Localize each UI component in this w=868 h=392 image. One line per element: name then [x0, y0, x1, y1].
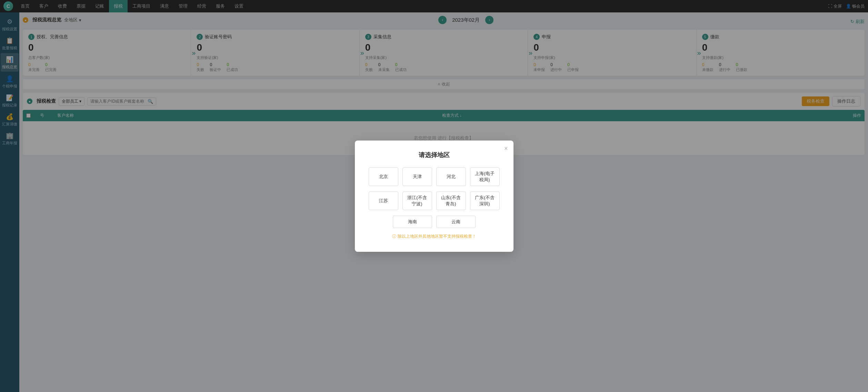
- region-grid-row2: 江苏 浙江(不含宁波) 山东(不含青岛) 广东(不含深圳): [369, 192, 500, 210]
- modal-title: 请选择地区: [369, 151, 500, 159]
- region-btn-guangdong[interactable]: 广东(不含深圳): [470, 192, 500, 210]
- region-btn-zhejiang[interactable]: 浙江(不含宁波): [402, 192, 432, 210]
- warning-text: 除以上地区外其他地区暂不支持报税检查！: [398, 234, 476, 239]
- modal-warning: ⓘ 除以上地区外其他地区暂不支持报税检查！: [369, 234, 500, 239]
- region-btn-tianjin[interactable]: 天津: [402, 167, 432, 186]
- warning-icon: ⓘ: [392, 234, 396, 239]
- region-grid-row3: 海南 云南: [393, 216, 476, 228]
- region-btn-beijing[interactable]: 北京: [369, 167, 398, 186]
- region-btn-yunnan[interactable]: 云南: [436, 216, 476, 228]
- region-grid-row1: 北京 天津 河北 上海(电子税局): [369, 167, 500, 186]
- region-btn-jiangsu[interactable]: 江苏: [369, 192, 398, 210]
- region-btn-shandong[interactable]: 山东(不含青岛): [436, 192, 466, 210]
- region-btn-shanghai[interactable]: 上海(电子税局): [470, 167, 500, 186]
- region-select-modal: × 请选择地区 北京 天津 河北 上海(电子税局) 江苏 浙江(不含宁波) 山东…: [355, 141, 513, 252]
- region-btn-hainan[interactable]: 海南: [393, 216, 432, 228]
- region-btn-hebei[interactable]: 河北: [436, 167, 466, 186]
- modal-close-button[interactable]: ×: [504, 145, 508, 152]
- modal-overlay[interactable]: × 请选择地区 北京 天津 河北 上海(电子税局) 江苏 浙江(不含宁波) 山东…: [0, 0, 868, 392]
